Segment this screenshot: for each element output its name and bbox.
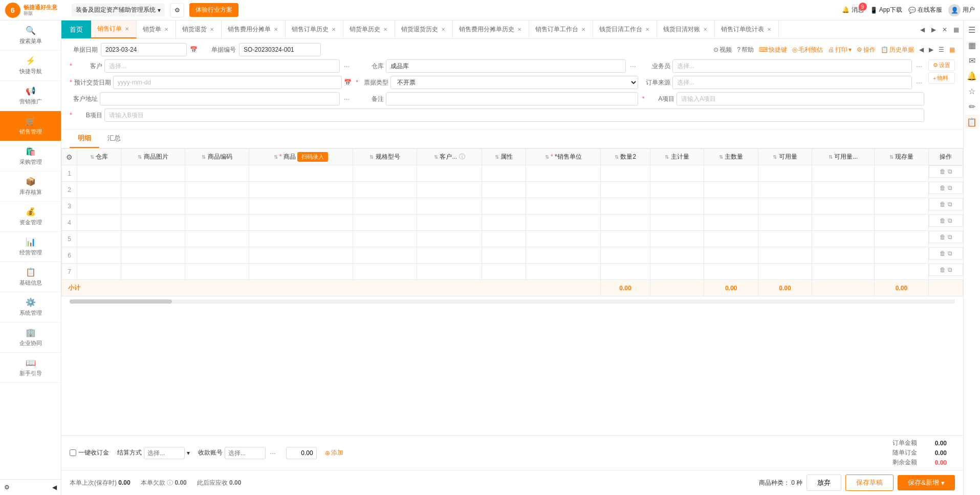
table-scrollbar[interactable]: [61, 296, 963, 307]
history-action[interactable]: 📋 历史单据: [881, 46, 914, 54]
tab-sales-return[interactable]: 销货退货 ✕: [176, 20, 222, 38]
row-7-code[interactable]: [185, 264, 249, 280]
customer-input[interactable]: [104, 59, 340, 73]
row-6-main-qty[interactable]: [704, 247, 758, 264]
row-2-spec[interactable]: [353, 182, 417, 198]
row-3-code[interactable]: [185, 198, 249, 214]
invoice-type-select[interactable]: 不开票: [390, 76, 638, 89]
sidebar-item-purchase[interactable]: 🛍️ 采购管理: [0, 141, 61, 171]
row-7-qty2[interactable]: [601, 264, 650, 280]
tab-fee-split[interactable]: 销售费用分摊单 ✕: [222, 20, 286, 38]
nav-prev-icon[interactable]: ◀: [919, 46, 924, 53]
row-4-sales-unit[interactable]: [526, 214, 601, 231]
row-2-available2[interactable]: [812, 182, 875, 198]
right-tool-grid[interactable]: ▦: [965, 38, 979, 52]
row-1-warehouse[interactable]: [77, 165, 121, 182]
row-5-qty2[interactable]: [601, 231, 650, 247]
row-6-main-unit[interactable]: [650, 247, 704, 264]
row-3-sales-unit[interactable]: [526, 198, 601, 214]
copy-icon-2[interactable]: ⧉: [948, 184, 952, 191]
row-7-available[interactable]: [758, 264, 812, 280]
tab-order-history[interactable]: 销售订单历史 ✕: [286, 20, 343, 38]
row-5-spec[interactable]: [353, 231, 417, 247]
row-4-customer-code[interactable]: [417, 214, 482, 231]
copy-icon-3[interactable]: ⧉: [948, 201, 952, 208]
row-4-warehouse[interactable]: [77, 214, 121, 231]
row-6-customer-code[interactable]: [417, 247, 482, 264]
grid-view-icon[interactable]: ☰: [939, 46, 944, 53]
row-6-attribute[interactable]: [482, 247, 526, 264]
settlement-dropdown[interactable]: ▾: [187, 449, 190, 457]
profit-action[interactable]: ◎ 毛利预估: [792, 46, 823, 54]
right-tool-star[interactable]: ☆: [965, 84, 979, 98]
th-setting[interactable]: ⚙: [62, 149, 77, 165]
delete-icon-2[interactable]: 🗑: [940, 184, 946, 191]
row-1-product[interactable]: [249, 165, 353, 182]
tab-close-return-history[interactable]: ✕: [440, 26, 446, 33]
calendar-icon[interactable]: 📅: [190, 46, 198, 53]
row-4-code[interactable]: [185, 214, 249, 231]
row-6-sales-unit[interactable]: [526, 247, 601, 264]
row-5-available2[interactable]: [812, 231, 875, 247]
tab-sales-order[interactable]: 销售订单 ✕: [91, 20, 137, 38]
copy-icon-7[interactable]: ⧉: [948, 266, 952, 273]
user-area[interactable]: 👤 用户: [948, 4, 975, 16]
row-7-main-qty[interactable]: [704, 264, 758, 280]
row-3-main-unit[interactable]: [650, 198, 704, 214]
row-4-available2[interactable]: [812, 214, 875, 231]
sidebar-item-operations[interactable]: 📊 经营管理: [0, 232, 61, 262]
row-3-qty2[interactable]: [601, 198, 650, 214]
tab-sales-note[interactable]: 销货单 ✕: [137, 20, 176, 38]
row-5-product[interactable]: [249, 231, 353, 247]
row-1-main-qty[interactable]: [704, 165, 758, 182]
row-7-spec[interactable]: [353, 264, 417, 280]
tab-workbench[interactable]: 销售订单工作台 ✕: [529, 20, 593, 38]
row-5-stock[interactable]: [875, 231, 928, 247]
row-6-qty2[interactable]: [601, 247, 650, 264]
deposit-amount-input[interactable]: [286, 447, 317, 459]
row-3-customer-code[interactable]: [417, 198, 482, 214]
help-action[interactable]: ? 帮助: [737, 46, 754, 54]
shortcut-action[interactable]: ⌨ 快捷键: [759, 46, 787, 54]
single-date-input[interactable]: [101, 43, 187, 56]
sidebar-item-enterprise[interactable]: 🏢 企业协同: [0, 322, 61, 353]
account-more-icon[interactable]: ···: [268, 449, 278, 457]
sidebar-item-inventory[interactable]: 📦 库存核算: [0, 171, 61, 202]
tab-close-all[interactable]: ✕: [940, 25, 950, 35]
save-new-dropdown-icon[interactable]: ▾: [941, 479, 945, 487]
right-tool-special[interactable]: 📋: [965, 115, 979, 129]
sidebar-collapse-icon[interactable]: ◀: [52, 484, 57, 491]
tab-close-workbench[interactable]: ✕: [580, 26, 586, 33]
settings-side-button[interactable]: ⚙ 设置: [928, 59, 955, 71]
table-tab-summary[interactable]: 汇总: [99, 130, 129, 148]
row-3-available[interactable]: [758, 198, 812, 214]
tab-fee-history[interactable]: 销售费用分摊单历史 ✕: [453, 20, 529, 38]
warehouse-input[interactable]: [386, 59, 626, 73]
row-6-stock[interactable]: [875, 247, 928, 264]
row-4-stock[interactable]: [875, 214, 928, 231]
row-5-sales-unit[interactable]: [526, 231, 601, 247]
row-4-product[interactable]: [249, 214, 353, 231]
order-source-input[interactable]: [672, 76, 912, 89]
tab-close-note-history[interactable]: ✕: [382, 26, 388, 33]
row-6-available[interactable]: [758, 247, 812, 264]
row-2-main-unit[interactable]: [650, 182, 704, 198]
row-4-main-unit[interactable]: [650, 214, 704, 231]
system-title[interactable]: 装备及固定资产辅助管理系统 ▾: [72, 4, 165, 16]
row-7-customer-code[interactable]: [417, 264, 482, 280]
row-2-code[interactable]: [185, 182, 249, 198]
sidebar-item-search[interactable]: 🔍 搜索菜单: [0, 20, 61, 51]
row-7-main-unit[interactable]: [650, 264, 704, 280]
row-5-attribute[interactable]: [482, 231, 526, 247]
row-5-code[interactable]: [185, 231, 249, 247]
row-2-attribute[interactable]: [482, 182, 526, 198]
row-7-product[interactable]: [249, 264, 353, 280]
row-1-spec[interactable]: [353, 165, 417, 182]
row-3-warehouse[interactable]: [77, 198, 121, 214]
delete-icon-1[interactable]: 🗑: [940, 168, 946, 175]
row-2-warehouse[interactable]: [77, 182, 121, 198]
delivery-calendar-icon[interactable]: 📅: [344, 79, 352, 86]
tab-close-sales-note[interactable]: ✕: [163, 26, 169, 33]
row-7-available2[interactable]: [812, 264, 875, 280]
sidebar-item-guide[interactable]: 📖 新手引导: [0, 353, 61, 383]
